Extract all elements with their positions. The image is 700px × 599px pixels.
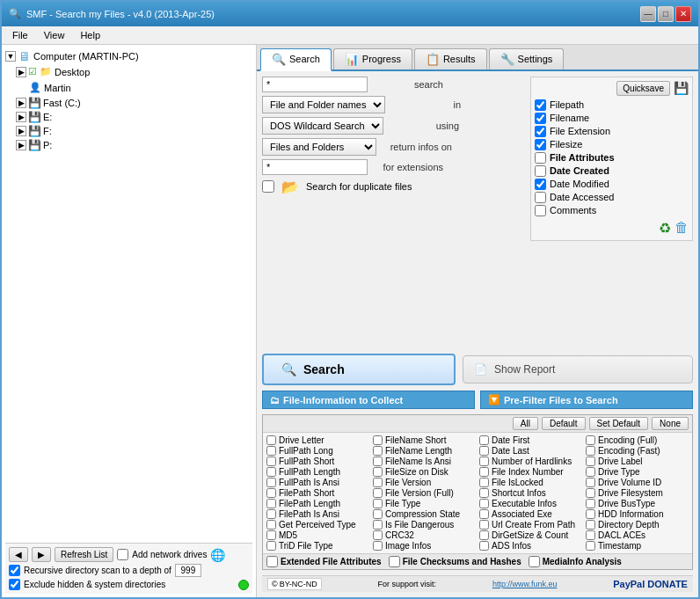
file-info-checkbox-31[interactable]: [586, 509, 595, 519]
tree-item-martin[interactable]: 👤 Martin: [16, 80, 252, 96]
file-info-checkbox-26[interactable]: [479, 499, 489, 508]
file-info-checkbox-2[interactable]: [479, 435, 489, 445]
extension-input[interactable]: [262, 159, 368, 175]
dateacc-checkbox[interactable]: [535, 192, 546, 203]
file-info-checkbox-6[interactable]: [479, 446, 489, 456]
file-info-checkbox-13[interactable]: [373, 467, 383, 477]
file-info-checkbox-15[interactable]: [586, 467, 595, 477]
file-info-checkbox-34[interactable]: [479, 520, 489, 530]
tree-item-f[interactable]: ▶ 💾 F:: [16, 124, 252, 138]
datecreated-checkbox[interactable]: [535, 165, 546, 177]
file-info-checkbox-9[interactable]: [373, 457, 383, 466]
tree-item-desktop[interactable]: ▶ ☑ 📁 Desktop: [16, 64, 252, 80]
file-info-checkbox-35[interactable]: [586, 520, 595, 530]
tree-expand-e[interactable]: ▶: [16, 112, 26, 122]
add-network-label[interactable]: Add network drives: [117, 549, 207, 560]
file-info-checkbox-5[interactable]: [373, 446, 383, 456]
tab-results[interactable]: 📋 Results: [414, 48, 487, 69]
search-button[interactable]: 🔍 Search: [262, 354, 456, 385]
file-info-checkbox-29[interactable]: [373, 509, 383, 519]
file-info-checkbox-3[interactable]: [586, 435, 595, 445]
file-info-checkbox-27[interactable]: [586, 499, 595, 508]
footer-checkbox-0[interactable]: [266, 556, 278, 567]
tree-expand-c[interactable]: ▶: [16, 98, 26, 108]
maximize-button[interactable]: □: [658, 6, 674, 22]
file-info-checkbox-32[interactable]: [266, 520, 276, 530]
show-report-button[interactable]: 📄 Show Report: [463, 355, 693, 384]
tab-progress[interactable]: 📊 Progress: [333, 48, 412, 69]
tree-expand-desktop[interactable]: ▶: [16, 67, 26, 77]
menu-file[interactable]: File: [5, 28, 35, 42]
quicksave-button[interactable]: Quicksave: [616, 81, 670, 96]
file-info-checkbox-36[interactable]: [266, 530, 276, 540]
file-info-checkbox-21[interactable]: [373, 488, 383, 498]
nav-back-button[interactable]: ◀: [9, 547, 28, 562]
filesize-checkbox[interactable]: [535, 139, 546, 150]
footer-checkbox-1[interactable]: [389, 556, 400, 567]
file-info-checkbox-30[interactable]: [479, 509, 489, 519]
tree-item-p[interactable]: ▶ 💾 P:: [16, 138, 252, 152]
file-info-checkbox-37[interactable]: [373, 530, 383, 540]
file-info-checkbox-14[interactable]: [479, 467, 489, 477]
menu-help[interactable]: Help: [73, 28, 107, 42]
tree-expand-p[interactable]: ▶: [16, 140, 26, 150]
file-info-checkbox-19[interactable]: [586, 478, 595, 487]
file-info-checkbox-39[interactable]: [586, 530, 595, 540]
file-info-checkbox-18[interactable]: [479, 478, 489, 487]
recursive-checkbox[interactable]: [9, 565, 20, 576]
file-info-checkbox-11[interactable]: [586, 457, 595, 466]
using-dropdown[interactable]: DOS Wildcard Search: [262, 117, 383, 135]
exclude-hidden-checkbox[interactable]: [9, 579, 20, 590]
file-info-checkbox-23[interactable]: [586, 488, 595, 498]
datemod-checkbox[interactable]: [535, 179, 546, 190]
set-default-button[interactable]: Set Default: [589, 417, 648, 430]
all-button[interactable]: All: [513, 417, 538, 430]
file-info-checkbox-10[interactable]: [479, 457, 489, 466]
comments-checkbox[interactable]: [535, 205, 546, 216]
file-info-checkbox-41[interactable]: [373, 541, 383, 551]
tree-item-e[interactable]: ▶ 💾 E:: [16, 110, 252, 124]
tree-item-c[interactable]: ▶ 💾 Fast (C:): [16, 96, 252, 110]
paypal-donate[interactable]: PayPal DONATE: [613, 579, 688, 589]
in-dropdown[interactable]: File and Folder names: [262, 96, 385, 113]
file-info-checkbox-0[interactable]: [266, 435, 276, 445]
refresh-list-button[interactable]: Refresh List: [55, 547, 113, 562]
filename-checkbox[interactable]: [535, 113, 546, 124]
file-info-checkbox-16[interactable]: [266, 478, 276, 487]
file-info-checkbox-20[interactable]: [266, 488, 276, 498]
file-info-checkbox-12[interactable]: [266, 467, 276, 477]
file-info-checkbox-4[interactable]: [266, 446, 276, 456]
file-info-checkbox-25[interactable]: [373, 499, 383, 508]
fileattr-checkbox[interactable]: [535, 152, 546, 164]
tree-root[interactable]: ▼ 🖥 Computer (MARTIN-PC): [5, 48, 252, 64]
nav-forward-button[interactable]: ▶: [32, 547, 51, 562]
tree-expand-f[interactable]: ▶: [16, 126, 26, 136]
file-info-checkbox-40[interactable]: [266, 541, 276, 551]
minimize-button[interactable]: —: [640, 6, 656, 22]
add-network-checkbox[interactable]: [117, 549, 128, 560]
file-info-checkbox-43[interactable]: [586, 541, 595, 551]
file-info-checkbox-24[interactable]: [266, 499, 276, 508]
file-info-checkbox-1[interactable]: [373, 435, 383, 445]
default-button[interactable]: Default: [542, 417, 586, 430]
tab-settings[interactable]: 🔧 Settings: [489, 48, 565, 69]
none-button[interactable]: None: [652, 417, 689, 430]
footer-checkbox-2[interactable]: [529, 556, 540, 567]
close-button[interactable]: ✕: [675, 6, 691, 22]
support-url[interactable]: http://www.funk.eu: [492, 580, 558, 588]
search-value-input[interactable]: [262, 77, 368, 92]
filepath-checkbox[interactable]: [535, 99, 546, 111]
file-info-checkbox-38[interactable]: [479, 530, 489, 540]
file-info-checkbox-17[interactable]: [373, 478, 383, 487]
file-info-checkbox-22[interactable]: [479, 488, 489, 498]
file-info-checkbox-42[interactable]: [479, 541, 489, 551]
fileext-checkbox[interactable]: [535, 126, 546, 137]
file-info-checkbox-7[interactable]: [586, 446, 595, 456]
tab-search[interactable]: 🔍 Search: [260, 48, 332, 71]
return-dropdown[interactable]: Files and Folders: [262, 138, 376, 156]
tree-expand-root[interactable]: ▼: [5, 51, 16, 62]
file-info-checkbox-28[interactable]: [266, 509, 276, 519]
depth-input[interactable]: [175, 564, 201, 577]
duplicate-checkbox[interactable]: [262, 180, 274, 193]
file-info-checkbox-33[interactable]: [373, 520, 383, 530]
